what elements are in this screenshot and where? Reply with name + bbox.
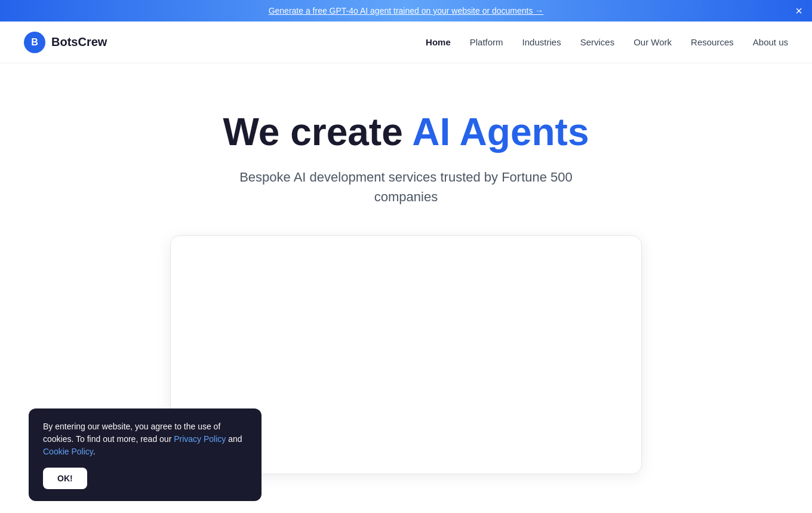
logo-icon: B: [24, 32, 45, 53]
nav-item-services[interactable]: Services: [580, 37, 615, 47]
nav-item-home[interactable]: Home: [426, 37, 451, 47]
hero-title: We create AI Agents: [24, 111, 788, 153]
cookie-privacy-link[interactable]: Privacy Policy: [174, 434, 226, 444]
banner-close-button[interactable]: ×: [795, 5, 802, 17]
nav-item-our-work[interactable]: Our Work: [633, 37, 672, 47]
nav-menu: Home Platform Industries Services Our Wo…: [426, 37, 788, 48]
cookie-text: By entering our website, you agree to th…: [43, 420, 247, 458]
logo-text: BotsCrew: [51, 35, 107, 49]
cookie-and-text: and: [226, 434, 242, 444]
hero-title-part1: We create: [223, 110, 413, 153]
nav-item-about-us[interactable]: About us: [753, 37, 788, 47]
navbar: B BotsCrew Home Platform Industries Serv…: [0, 21, 812, 63]
nav-item-platform[interactable]: Platform: [470, 37, 503, 47]
cookie-banner: By entering our website, you agree to th…: [29, 408, 262, 498]
top-banner: Generate a free GPT-4o AI agent trained …: [0, 0, 812, 21]
nav-item-industries[interactable]: Industries: [522, 37, 561, 47]
hero-subtitle: Bespoke AI development services trusted …: [227, 167, 585, 207]
hero-title-highlight: AI Agents: [412, 110, 589, 153]
logo[interactable]: B BotsCrew: [24, 32, 107, 53]
nav-item-resources[interactable]: Resources: [691, 37, 734, 47]
cookie-period: .: [93, 447, 96, 456]
banner-link[interactable]: Generate a free GPT-4o AI agent trained …: [269, 6, 544, 16]
cookie-ok-button[interactable]: OK!: [43, 468, 87, 489]
cookie-cookie-link[interactable]: Cookie Policy: [43, 447, 93, 456]
